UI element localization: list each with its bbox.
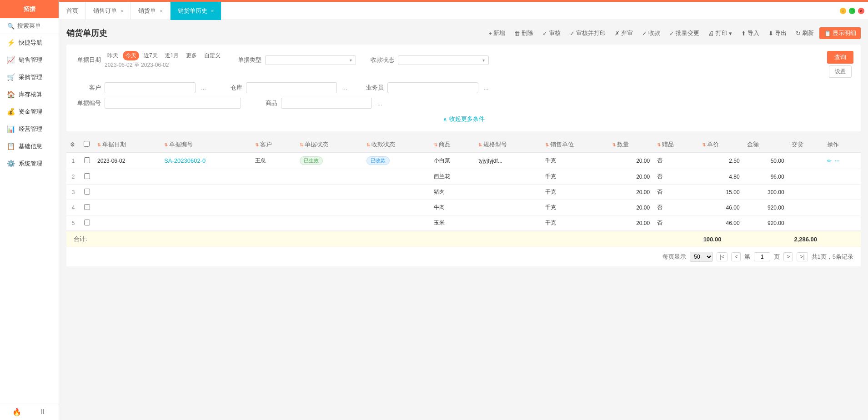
table-header: ⚙ ⇅单据日期 ⇅单据编号 ⇅客户 ⇅单据状态 ⇅收款状态 ⇅商品 ⇅规格型号 … bbox=[66, 137, 861, 153]
th-doc-date[interactable]: ⇅单据日期 bbox=[94, 137, 161, 153]
date-tag-more[interactable]: 更多 bbox=[183, 51, 200, 60]
minimize-btn[interactable]: − bbox=[840, 8, 846, 14]
th-unit[interactable]: ⇅销售单位 bbox=[542, 137, 608, 153]
th-qty[interactable]: ⇅数量 bbox=[608, 137, 653, 153]
doc-type-filter-item: 单据类型 ▾ bbox=[234, 51, 356, 69]
last-page-btn[interactable]: >| bbox=[797, 252, 808, 261]
row-doc-date bbox=[94, 169, 161, 185]
th-gift[interactable]: ⇅赠品 bbox=[653, 137, 698, 153]
collect-status-select[interactable]: ▾ bbox=[398, 55, 489, 65]
sidebar-item-sales-mgmt[interactable]: 📈 销售管理 bbox=[0, 51, 59, 69]
sidebar-item-quick-nav[interactable]: ⚡ 快捷导航 bbox=[0, 34, 59, 51]
th-gear[interactable]: ⚙ bbox=[66, 137, 80, 153]
warehouse-dots[interactable]: ... bbox=[342, 85, 347, 91]
row-checkbox[interactable] bbox=[84, 157, 90, 163]
tab-sales-order-close[interactable]: × bbox=[120, 8, 123, 14]
prev-page-btn[interactable]: < bbox=[731, 252, 741, 261]
close-btn[interactable]: × bbox=[858, 8, 864, 14]
doc-no-link[interactable]: SA-20230602-0 bbox=[164, 157, 206, 164]
date-tag-1month[interactable]: 近1月 bbox=[162, 51, 182, 60]
delete-button[interactable]: 🗑 删除 bbox=[511, 27, 537, 39]
date-tag-yesterday[interactable]: 昨天 bbox=[105, 51, 121, 60]
th-price[interactable]: ⇅单价 bbox=[698, 137, 743, 153]
fire-icon[interactable]: 🔥 bbox=[12, 408, 21, 416]
next-page-btn[interactable]: > bbox=[783, 252, 793, 261]
docno-input[interactable] bbox=[105, 98, 241, 109]
row-doc-no bbox=[161, 185, 251, 200]
inventory-icon: 🏠 bbox=[7, 90, 15, 99]
tab-delivery-close[interactable]: × bbox=[160, 8, 162, 14]
warehouse-input[interactable] bbox=[246, 82, 337, 93]
customer-input[interactable] bbox=[105, 82, 196, 93]
sidebar-item-base-info[interactable]: 📋 基础信息 bbox=[0, 138, 59, 155]
goods-input[interactable] bbox=[281, 98, 372, 109]
th-doc-status[interactable]: ⇅单据状态 bbox=[296, 137, 363, 153]
doc-type-select[interactable]: ▾ bbox=[265, 55, 356, 65]
row-qty: 20.00 bbox=[608, 185, 653, 200]
filter-panel: 单据日期 昨天 今天 近7天 近1月 更多 自定义 2023-06-02 至 2… bbox=[66, 45, 861, 131]
audit-button[interactable]: ✓ 审核 bbox=[539, 27, 564, 39]
row-doc-status bbox=[296, 185, 363, 200]
import-button[interactable]: ⬆ 导入 bbox=[738, 27, 763, 39]
abandon-button[interactable]: ✗ 弃审 bbox=[611, 27, 637, 39]
setup-button[interactable]: 设置 bbox=[829, 65, 852, 78]
batch-change-button[interactable]: ✓ 批量变更 bbox=[666, 27, 703, 39]
sidebar-search-menu[interactable]: 🔍 搜索菜单 bbox=[0, 18, 59, 34]
sidebar-item-system-mgmt[interactable]: ⚙️ 系统管理 bbox=[0, 155, 59, 172]
row-checkbox[interactable] bbox=[84, 189, 90, 195]
tab-delivery-history-close[interactable]: × bbox=[211, 8, 214, 14]
row-gift: 否 bbox=[653, 185, 698, 200]
first-page-btn[interactable]: |< bbox=[717, 252, 728, 261]
th-doc-no[interactable]: ⇅单据编号 bbox=[161, 137, 251, 153]
row-checkbox[interactable] bbox=[84, 204, 90, 210]
page-number-input[interactable] bbox=[754, 252, 770, 261]
refresh-button[interactable]: ↻ 刷新 bbox=[792, 27, 818, 39]
date-filter-item: 单据日期 昨天 今天 近7天 近1月 更多 自定义 2023-06-02 至 2… bbox=[74, 51, 223, 69]
sidebar-bottom: 🔥 ⏸ bbox=[0, 404, 59, 420]
th-goods[interactable]: ⇅商品 bbox=[430, 137, 475, 153]
edit-action-btn[interactable]: ✏ bbox=[827, 158, 832, 164]
row-doc-date bbox=[94, 215, 161, 231]
print-button[interactable]: 🖨 打印 ▾ bbox=[705, 27, 736, 39]
row-checkbox[interactable] bbox=[84, 173, 90, 179]
salesperson-dots[interactable]: ... bbox=[484, 85, 489, 91]
new-button[interactable]: + 新增 bbox=[485, 27, 509, 39]
tab-delivery[interactable]: 销货单 × bbox=[131, 2, 170, 20]
export-button[interactable]: ⬇ 导出 bbox=[765, 27, 790, 39]
tab-sales-order[interactable]: 销售订单 × bbox=[86, 2, 131, 20]
per-page-select[interactable]: 50 10 20 100 bbox=[690, 252, 713, 262]
tab-delivery-history[interactable]: 销货单历史 × bbox=[171, 2, 221, 20]
th-customer[interactable]: ⇅客户 bbox=[251, 137, 296, 153]
purchase-mgmt-icon: 🛒 bbox=[7, 73, 15, 81]
th-collect-status[interactable]: ⇅收款状态 bbox=[363, 137, 430, 153]
more-action-btn[interactable]: ⋯ bbox=[834, 158, 840, 164]
show-detail-button[interactable]: 📋 显示明细 bbox=[819, 27, 861, 39]
tab-home[interactable]: 首页 bbox=[59, 2, 86, 20]
th-spec[interactable]: ⇅规格型号 bbox=[475, 137, 542, 153]
select-all-checkbox[interactable] bbox=[84, 141, 90, 147]
maximize-btn[interactable]: □ bbox=[849, 8, 855, 14]
row-checkbox[interactable] bbox=[84, 220, 90, 225]
row-qty: 20.00 bbox=[608, 200, 653, 215]
date-tag-7days[interactable]: 近7天 bbox=[141, 51, 161, 60]
row-price: 46.00 bbox=[698, 215, 743, 231]
filter-collapse-btn[interactable]: ∧ 收起更多条件 bbox=[74, 113, 853, 125]
customer-dots[interactable]: ... bbox=[201, 85, 206, 91]
sidebar-item-operations[interactable]: 📊 经营管理 bbox=[0, 120, 59, 138]
query-button[interactable]: 查询 bbox=[827, 51, 853, 64]
page-content: 销货单历史 + 新增 🗑 删除 ✓ 审核 ✓ 审核并打印 bbox=[59, 20, 868, 420]
collect-button[interactable]: ✓ 收款 bbox=[638, 27, 664, 39]
date-tag-today[interactable]: 今天 bbox=[123, 51, 139, 60]
pause-icon[interactable]: ⏸ bbox=[39, 408, 46, 416]
goods-dots[interactable]: ... bbox=[377, 100, 382, 107]
sidebar-item-inventory[interactable]: 🏠 库存核算 bbox=[0, 86, 59, 103]
salesperson-input[interactable] bbox=[387, 82, 478, 93]
row-gift: 否 bbox=[653, 200, 698, 215]
row-doc-status bbox=[296, 215, 363, 231]
sidebar-item-finance[interactable]: 💰 资金管理 bbox=[0, 103, 59, 120]
row-spec bbox=[475, 185, 542, 200]
date-tag-custom[interactable]: 自定义 bbox=[201, 51, 223, 60]
audit-print-button[interactable]: ✓ 审核并打印 bbox=[566, 27, 609, 39]
sales-mgmt-icon: 📈 bbox=[7, 56, 15, 64]
sidebar-item-purchase-mgmt[interactable]: 🛒 采购管理 bbox=[0, 69, 59, 86]
